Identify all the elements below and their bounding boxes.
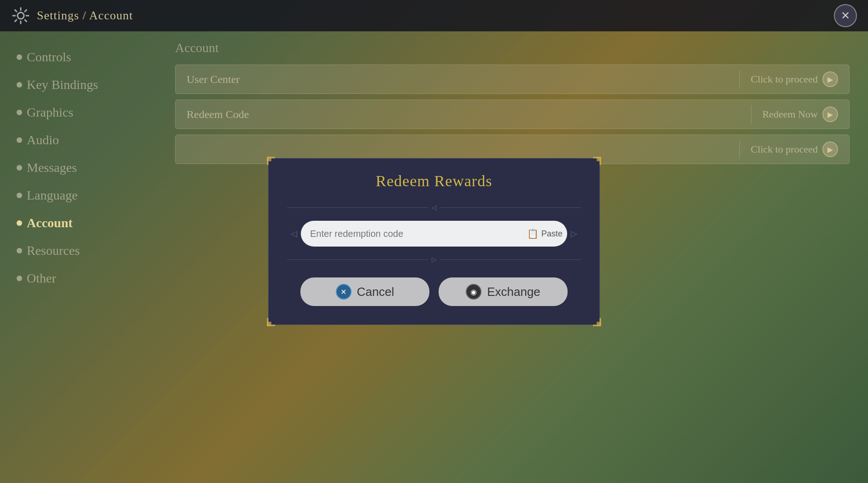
- paste-label: Paste: [541, 229, 563, 239]
- cancel-button[interactable]: ✕ Cancel: [300, 277, 429, 306]
- svg-rect-2: [597, 157, 601, 161]
- divider-line: [440, 207, 581, 208]
- input-right-arrow: ▷: [567, 229, 581, 239]
- corner-decoration-bl: [267, 310, 283, 326]
- paste-button[interactable]: 📋 Paste: [527, 228, 563, 239]
- modal-title: Redeem Rewards: [287, 172, 581, 190]
- divider-line: [287, 259, 428, 260]
- modal-buttons: ✕ Cancel ◉ Exchange: [287, 277, 581, 306]
- corner-decoration-tr: [585, 157, 601, 173]
- input-left-arrow: ◁: [287, 229, 301, 239]
- modal-bottom-divider: ▷: [287, 256, 581, 264]
- input-wrapper: ◁ 📋 Paste ▷: [287, 221, 581, 247]
- svg-rect-4: [597, 322, 601, 326]
- corner-decoration-br: [585, 310, 601, 326]
- divider-line: [440, 259, 581, 260]
- divider-arrow-left: ◁: [432, 204, 437, 212]
- redeem-rewards-modal: Redeem Rewards ◁ ◁ 📋 Paste ▷ ▷ ✕: [268, 158, 600, 325]
- cancel-icon: ✕: [336, 284, 352, 300]
- modal-top-divider: ◁: [287, 204, 581, 212]
- corner-decoration-tl: [267, 157, 283, 173]
- svg-rect-1: [267, 157, 271, 161]
- exchange-icon: ◉: [466, 284, 481, 300]
- exchange-button[interactable]: ◉ Exchange: [439, 277, 568, 306]
- paste-icon: 📋: [527, 228, 539, 239]
- cancel-label: Cancel: [357, 285, 394, 299]
- divider-line: [287, 207, 428, 208]
- modal-overlay: Redeem Rewards ◁ ◁ 📋 Paste ▷ ▷ ✕: [0, 0, 868, 483]
- divider-arrow-right: ▷: [432, 256, 437, 264]
- svg-rect-3: [267, 322, 271, 326]
- exchange-label: Exchange: [487, 285, 540, 299]
